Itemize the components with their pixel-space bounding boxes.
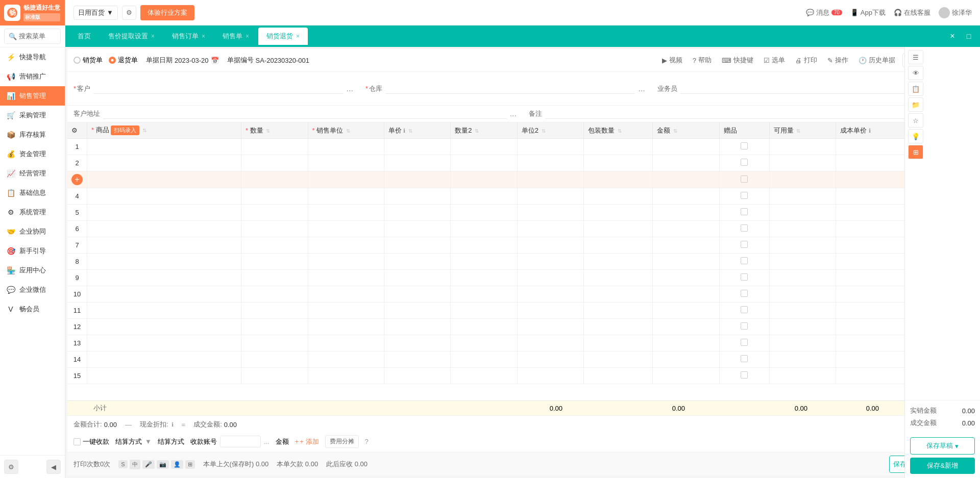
payment-checkbox[interactable] <box>74 438 81 445</box>
status-icon-person[interactable]: 👤 <box>171 460 183 469</box>
cell-gift[interactable] <box>719 254 769 270</box>
tab-sales-bill[interactable]: 销售单 × <box>214 28 257 45</box>
sidebar-item-sales[interactable]: 📊 销售管理 <box>0 86 65 106</box>
cell-product[interactable] <box>87 188 241 205</box>
cell-product[interactable] <box>87 205 241 221</box>
cell-avail[interactable] <box>769 303 836 319</box>
cell-unit[interactable] <box>308 319 384 335</box>
cell-product[interactable] <box>87 139 241 155</box>
sidebar-collapse-btn[interactable]: ◀ <box>46 460 61 474</box>
sidebar-item-system[interactable]: ⚙ 系统管理 <box>0 203 65 222</box>
customer-input[interactable] <box>93 84 343 94</box>
cell-qty[interactable] <box>241 368 308 384</box>
cell-unit[interactable] <box>308 368 384 384</box>
cell-unit[interactable] <box>308 254 384 270</box>
cell-product[interactable] <box>87 254 241 270</box>
tab-close-icon[interactable]: × <box>202 33 205 40</box>
cell-qty[interactable] <box>241 139 308 155</box>
cell-unit2[interactable] <box>517 188 584 205</box>
gift-checkbox[interactable] <box>741 175 748 183</box>
cell-avail[interactable] <box>769 139 836 155</box>
cell-product[interactable] <box>87 237 241 254</box>
cell-unit[interactable] <box>308 335 384 351</box>
cell-qty2[interactable] <box>451 155 518 171</box>
cell-pkg-qty[interactable] <box>584 368 653 384</box>
sidebar-item-purchase[interactable]: 🛒 采购管理 <box>0 106 65 125</box>
cell-price[interactable] <box>384 254 451 270</box>
help-btn[interactable]: ? 帮助 <box>690 55 715 66</box>
fee-split-btn[interactable]: 费用分摊 <box>325 435 359 448</box>
sidebar-item-marketing[interactable]: 📢 营销推广 <box>0 67 65 86</box>
cell-unit[interactable] <box>308 205 384 221</box>
right-icon-6[interactable]: 💡 <box>908 129 923 143</box>
cell-amount[interactable] <box>653 254 720 270</box>
cell-amount[interactable] <box>653 335 720 351</box>
search-menu-btn[interactable]: 🔍 搜索菜单 <box>4 29 61 44</box>
cell-price[interactable] <box>384 303 451 319</box>
cell-gift[interactable] <box>719 188 769 205</box>
cell-product[interactable] <box>87 303 241 319</box>
sidebar-settings-btn[interactable]: ⚙ <box>4 460 18 474</box>
sidebar-item-member[interactable]: V 畅会员 <box>0 299 65 319</box>
cell-price[interactable] <box>384 319 451 335</box>
cell-unit2[interactable] <box>517 237 584 254</box>
sidebar-item-inventory[interactable]: 📦 库存核算 <box>0 125 65 144</box>
tab-close-icon[interactable]: × <box>296 33 300 40</box>
customer-dots[interactable]: ... <box>347 84 353 93</box>
cell-unit[interactable] <box>308 171 384 188</box>
cell-price[interactable] <box>384 335 451 351</box>
cell-unit2[interactable] <box>517 335 584 351</box>
salesperson-input[interactable] <box>680 84 937 94</box>
cell-avail[interactable] <box>769 270 836 286</box>
account-dots[interactable]: ... <box>264 438 270 445</box>
cell-qty2[interactable] <box>451 368 518 384</box>
cell-avail[interactable] <box>769 171 836 188</box>
tab-close-icon[interactable]: × <box>151 33 155 40</box>
cell-product[interactable] <box>87 351 241 368</box>
tab-sales-order[interactable]: 销售订单 × <box>164 28 213 45</box>
app-download-btn[interactable]: 📱 App下载 <box>850 8 886 17</box>
cell-qty2[interactable] <box>451 254 518 270</box>
tab-sales-return[interactable]: 销货退货 × <box>258 28 308 45</box>
address-dots[interactable]: ... <box>510 109 517 118</box>
sidebar-item-guide[interactable]: 🎯 新手引导 <box>0 241 65 261</box>
cell-unit[interactable] <box>308 303 384 319</box>
select-btn[interactable]: ☑ 选单 <box>761 55 788 66</box>
cell-avail[interactable] <box>769 254 836 270</box>
cell-price[interactable] <box>384 205 451 221</box>
gift-checkbox[interactable] <box>741 306 748 313</box>
cell-unit2[interactable] <box>517 205 584 221</box>
cell-product[interactable] <box>87 221 241 237</box>
cell-gift[interactable] <box>719 205 769 221</box>
status-icon-grid[interactable]: ⊞ <box>185 460 195 469</box>
right-icon-3[interactable]: 📋 <box>908 82 923 96</box>
cell-avail[interactable] <box>769 335 836 351</box>
cell-qty2[interactable] <box>451 270 518 286</box>
cell-qty[interactable] <box>241 205 308 221</box>
cell-price[interactable] <box>384 351 451 368</box>
cell-unit[interactable] <box>308 155 384 171</box>
online-service-btn[interactable]: 🎧 在线客服 <box>894 8 930 17</box>
gift-checkbox[interactable] <box>741 273 748 281</box>
cell-unit2[interactable] <box>517 270 584 286</box>
cell-qty[interactable] <box>241 188 308 205</box>
right-icon-2[interactable]: 👁 <box>908 66 923 80</box>
close-tab-btn[interactable]: × <box>945 29 960 43</box>
cell-product[interactable] <box>87 270 241 286</box>
sidebar-item-operations[interactable]: 📈 经营管理 <box>0 164 65 183</box>
cell-pkg-qty[interactable] <box>584 205 653 221</box>
cell-amount[interactable] <box>653 205 720 221</box>
right-save-draft-btn[interactable]: 保存草稿 ▾ <box>910 437 975 455</box>
cell-qty2[interactable] <box>451 351 518 368</box>
right-save-new-btn[interactable]: 保存&新增 <box>910 458 975 474</box>
cell-price[interactable] <box>384 171 451 188</box>
gift-checkbox[interactable] <box>741 208 748 215</box>
cell-pkg-qty[interactable] <box>584 254 653 270</box>
right-icon-7[interactable]: ⊞ <box>908 145 923 159</box>
col-settings[interactable]: ⚙ <box>67 122 87 139</box>
right-icon-5[interactable]: ☆ <box>908 113 923 128</box>
cell-avail[interactable] <box>769 286 836 303</box>
cell-unit2[interactable] <box>517 303 584 319</box>
cell-gift[interactable] <box>719 237 769 254</box>
cell-product[interactable] <box>87 335 241 351</box>
